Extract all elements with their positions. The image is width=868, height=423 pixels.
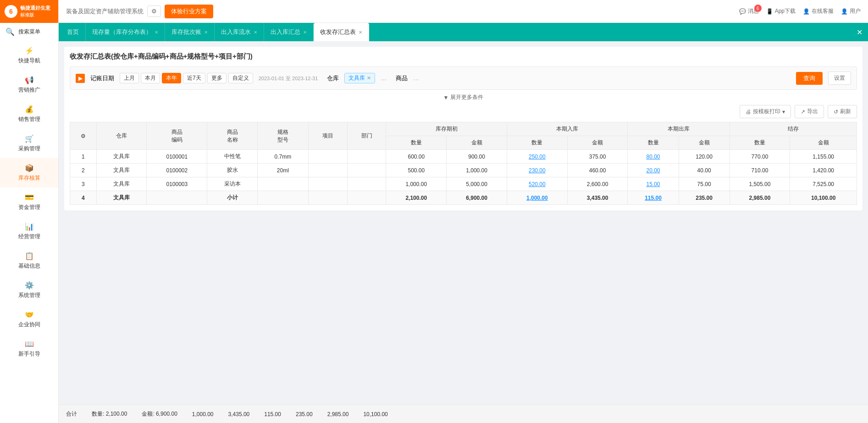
cell-out-qty[interactable]: 80.00 — [628, 150, 679, 164]
app-download-label: App下载 — [775, 7, 796, 15]
trial-button[interactable]: 体验行业方案 — [165, 5, 213, 18]
cell-index: 1 — [70, 150, 97, 164]
online-service-button[interactable]: 👤 在线客服 — [803, 7, 834, 15]
user-label: 用户 — [850, 7, 861, 15]
tab-inventory-dist[interactable]: 现存量（库存分布表） ✕ — [86, 23, 165, 41]
cell-out-amt: 75.00 — [679, 177, 730, 191]
cell-dept — [347, 164, 386, 177]
date-btn-7days[interactable]: 近7天 — [183, 73, 205, 83]
warehouse-more-options[interactable]: … — [381, 75, 387, 82]
tab-inout-summary-label: 出入库汇总 — [271, 28, 300, 36]
warehouse-tag-remove[interactable]: ✕ — [367, 75, 371, 81]
footer-in-amt: 3,435.00 — [228, 411, 250, 418]
tab-inout-summary-close[interactable]: ✕ — [303, 30, 307, 35]
th-code: 商品编码 — [147, 122, 207, 150]
footer-bar: 合计 数量: 2,100.00 金额: 6,900.00 1,000.00 3,… — [59, 405, 868, 423]
tab-flow-close[interactable]: ✕ — [254, 30, 257, 35]
cell-spec — [257, 191, 308, 205]
tab-batch-close[interactable]: ✕ — [204, 30, 208, 35]
filter-collapse-button[interactable]: ▶ — [76, 74, 85, 83]
date-btn-custom[interactable]: 自定义 — [228, 73, 253, 83]
app-download-button[interactable]: 📱 App下载 — [766, 7, 796, 15]
cell-in-qty[interactable]: 250.00 — [507, 150, 567, 164]
cell-out-amt: 235.00 — [679, 191, 730, 205]
cell-open-qty: 500.00 — [386, 164, 447, 177]
footer-open-qty: 数量: 2,100.00 — [92, 410, 127, 418]
footer-total-label: 合计 — [66, 410, 77, 418]
tab-batch-label: 库存批次账 — [171, 28, 201, 36]
sidebar-item-purchase[interactable]: 🛒 采购管理 — [0, 129, 58, 158]
cell-code: 0100003 — [147, 177, 207, 191]
tab-inventory-dist-close[interactable]: ✕ — [155, 30, 158, 35]
cell-out-qty[interactable]: 20.00 — [628, 164, 679, 177]
sidebar-item-finance[interactable]: 💳 资金管理 — [0, 187, 58, 217]
goods-more-options[interactable]: … — [413, 75, 419, 82]
footer-out-amt-value: 235.00 — [296, 411, 313, 418]
cell-bal-qty: 770.00 — [730, 150, 790, 164]
messages-button[interactable]: 💬 消息 6 — [739, 7, 759, 15]
cell-index: 3 — [70, 177, 97, 191]
sidebar-item-inventory[interactable]: 📦 库存核算 — [0, 158, 58, 187]
cell-in-qty[interactable]: 520.00 — [507, 177, 567, 191]
cell-warehouse: 文具库 — [96, 191, 147, 205]
date-btn-last-month[interactable]: 上月 — [120, 73, 139, 83]
expand-more-label: 展开更多条件 — [450, 93, 483, 101]
th-name: 商品名称 — [207, 122, 258, 150]
refresh-button[interactable]: ↺ 刷新 — [828, 105, 857, 118]
logo-title: 畅捷通好生意 — [20, 5, 50, 11]
sidebar-item-search[interactable]: 🔍 搜索菜单 — [0, 23, 58, 41]
tab-receipt-summary-close[interactable]: ✕ — [359, 30, 362, 35]
cell-name: 采访本 — [207, 177, 258, 191]
tab-receipt-summary[interactable]: 收发存汇总表 ✕ — [314, 23, 369, 41]
cell-out-qty[interactable]: 15.00 — [628, 177, 679, 191]
sidebar-cooperation-label: 企业协同 — [18, 321, 40, 329]
date-btn-this-year[interactable]: 本年 — [162, 73, 181, 83]
sidebar-logo: 6 畅捷通好生意 标准版 — [0, 0, 58, 23]
settings-button[interactable]: 设置 — [828, 71, 851, 85]
sidebar-beginner-label: 新手引导 — [18, 350, 40, 358]
print-button[interactable]: 🖨 按模板打印 ▾ — [740, 105, 791, 118]
sidebar-base-info-label: 基础信息 — [18, 262, 40, 270]
sidebar-item-sales[interactable]: 💰 销售管理 — [0, 99, 58, 129]
tab-batch[interactable]: 库存批次账 ✕ — [165, 23, 215, 41]
warehouse-tag-value: 文具库 — [348, 74, 365, 82]
sidebar-item-operations[interactable]: 📊 经营管理 — [0, 217, 58, 246]
date-filter-label: 记账日期 — [90, 74, 114, 82]
date-btn-more[interactable]: 更多 — [207, 73, 227, 83]
online-service-label: 在线客服 — [812, 7, 834, 15]
goods-filter-label: 商品 — [396, 74, 408, 82]
cell-dept — [347, 191, 386, 205]
sidebar-item-beginner[interactable]: 📖 新手引导 — [0, 334, 58, 363]
settings-gear-button[interactable]: ⚙ — [147, 5, 161, 17]
export-button[interactable]: ↗ 导出 — [795, 105, 824, 118]
messages-badge: 6 — [754, 5, 762, 12]
th-spec: 规格型号 — [257, 122, 308, 150]
footer-bal-qty: 2,985.00 — [327, 411, 349, 418]
cell-in-qty[interactable]: 230.00 — [507, 164, 567, 177]
sidebar-item-marketing[interactable]: 📢 营销推广 — [0, 70, 58, 99]
search-icon: 🔍 — [6, 27, 15, 36]
sidebar-item-quick-nav[interactable]: ⚡ 快捷导航 — [0, 41, 58, 70]
cell-out-qty[interactable]: 115.00 — [628, 191, 679, 205]
footer-out-qty: 115.00 — [264, 411, 281, 418]
tab-home[interactable]: 首页 — [61, 23, 86, 41]
cell-code: 0100001 — [147, 150, 207, 164]
footer-bal-qty-value: 2,985.00 — [327, 411, 349, 418]
cell-open-qty: 600.00 — [386, 150, 447, 164]
tab-flow[interactable]: 出入库流水 ✕ — [215, 23, 264, 41]
query-button[interactable]: 查询 — [796, 72, 823, 85]
main-area: 装备及固定资产辅助管理系统 ⚙ 体验行业方案 💬 消息 6 📱 App下载 👤 … — [59, 0, 868, 423]
service-icon: 👤 — [803, 8, 810, 15]
cell-in-qty[interactable]: 1,000.00 — [507, 191, 567, 205]
sidebar-item-base-info[interactable]: 📋 基础信息 — [0, 246, 58, 275]
user-button[interactable]: 👤 用户 — [841, 7, 861, 15]
sidebar-item-system[interactable]: ⚙️ 系统管理 — [0, 275, 58, 305]
sidebar-operations-label: 经营管理 — [18, 233, 40, 241]
th-settings[interactable]: ⚙ — [70, 122, 97, 150]
sidebar-sales-label: 销售管理 — [18, 115, 40, 123]
date-btn-this-month[interactable]: 本月 — [141, 73, 160, 83]
tab-inout-summary[interactable]: 出入库汇总 ✕ — [264, 23, 314, 41]
sidebar-item-cooperation[interactable]: 🤝 企业协同 — [0, 305, 58, 334]
close-all-tabs-button[interactable]: ✕ — [853, 28, 866, 37]
expand-more-button[interactable]: ▼ 展开更多条件 — [443, 93, 484, 101]
